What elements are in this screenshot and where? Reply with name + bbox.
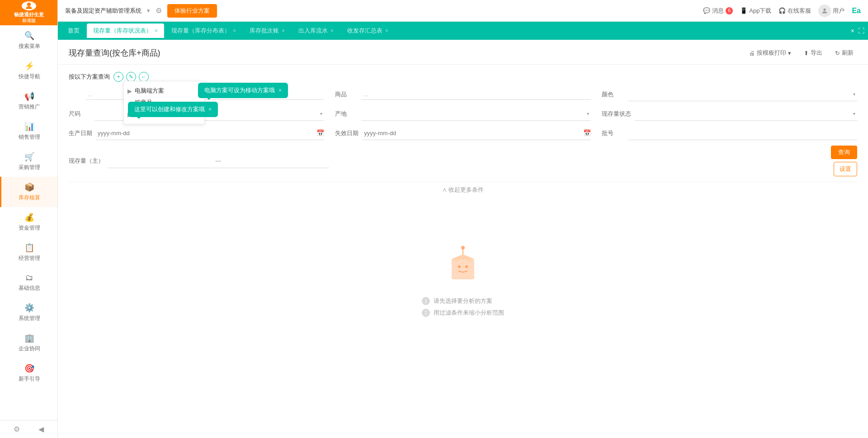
prod-date-calendar-icon[interactable]: 📅 xyxy=(316,129,324,137)
batch-no-label: 批号 xyxy=(602,129,624,137)
color-select-wrap: ▾ xyxy=(628,87,857,101)
content-area: 现存量查询(按仓库+商品) 🖨 按模板打印 ▾ ⬆ 导出 ↻ 刷新 xyxy=(58,40,868,438)
stock-qty-max[interactable] xyxy=(223,154,329,168)
range-dash: — xyxy=(215,157,221,164)
add-scheme-btn[interactable]: + xyxy=(113,72,123,82)
template-print-btn[interactable]: 🖨 按模板打印 ▾ xyxy=(745,47,795,59)
empty-step-1: 1 请先选择要分析的方案 xyxy=(422,297,504,305)
refresh-btn[interactable]: ↻ 刷新 xyxy=(831,47,857,59)
filter-icons: + ✎ ← xyxy=(113,72,149,82)
sidebar-label-guide: 新手引导 xyxy=(19,375,40,383)
print-dropdown-icon: ▾ xyxy=(788,50,791,57)
marketing-icon: 📢 xyxy=(24,91,34,101)
sidebar: 畅捷通好生意 标准版 🔍 搜索菜单 ⚡ 快捷导航 📢 营销推广 📊 销售管理 🛒… xyxy=(0,0,58,438)
sidebar-item-guide[interactable]: 🎯 新手引导 xyxy=(0,358,57,388)
stock-qty-min[interactable] xyxy=(108,154,213,168)
message-btn[interactable]: 💬 消息 6 xyxy=(703,7,733,15)
support-btn[interactable]: 🎧 在线客服 xyxy=(778,7,811,15)
app-download-btn[interactable]: 📱 App下载 xyxy=(740,7,771,15)
filter-label: 按以下方案查询 xyxy=(69,73,110,81)
sidebar-item-sales[interactable]: 📊 销售管理 xyxy=(0,116,57,146)
sidebar-label-quick: 快捷导航 xyxy=(19,73,40,80)
tab-batch-ledger[interactable]: 库存批次账 × xyxy=(243,24,291,38)
refresh-label: 刷新 xyxy=(842,49,854,57)
back-scheme-btn[interactable]: ← xyxy=(139,72,149,82)
footer-settings-icon[interactable]: ⚙ xyxy=(14,425,20,433)
collapse-label: 收起更多条件 xyxy=(448,186,484,193)
tab-close-recv-summary[interactable]: × xyxy=(385,28,388,34)
expand-arrow-pc: ▶ xyxy=(127,88,132,94)
tab-close-in-out-flow[interactable]: × xyxy=(330,28,334,34)
svg-point-4 xyxy=(465,265,468,268)
batch-no-input[interactable] xyxy=(628,127,857,140)
export-icon: ⬆ xyxy=(804,50,809,57)
origin-label: 产地 xyxy=(335,110,358,118)
sidebar-item-quick[interactable]: ⚡ 快捷导航 xyxy=(0,56,57,86)
tab-recv-summary[interactable]: 收发存汇总表 × xyxy=(341,24,395,38)
sidebar-label-operation: 经营管理 xyxy=(19,254,40,262)
tab-close-batch-ledger[interactable]: × xyxy=(282,28,285,34)
origin-select[interactable] xyxy=(361,107,590,120)
trial-btn[interactable]: 体验行业方案 xyxy=(167,4,217,18)
edit-icon: ✎ xyxy=(129,74,133,80)
tab-inventory-dist[interactable]: 现存量（库存分布表） × xyxy=(165,24,242,38)
scheme-pc-group[interactable]: ▶ 电脑端方案 xyxy=(124,85,204,97)
tab-inventory-status[interactable]: 现存量（库存状况表） × xyxy=(87,24,164,38)
stock-status-select[interactable] xyxy=(635,107,857,120)
svg-point-3 xyxy=(458,265,461,268)
tabbar: 首页 现存量（库存状况表） × 现存量（库存分布表） × 库存批次账 × 出入库… xyxy=(58,22,868,40)
topbar-settings-icon[interactable]: ⚙ xyxy=(156,6,162,15)
footer-collapse-icon[interactable]: ◀ xyxy=(38,425,44,433)
sidebar-label-enterprise: 企业协同 xyxy=(19,345,40,353)
step1-text: 请先选择要分析的方案 xyxy=(434,297,492,305)
dropdown-arrow-icon[interactable]: ▾ xyxy=(147,7,150,14)
tooltip1-close-btn[interactable]: × xyxy=(278,87,282,94)
empty-step-2: 2 用过滤条件来缩小分析范围 xyxy=(422,309,504,317)
prod-date-input-wrap: 📅 xyxy=(96,126,324,140)
tooltip2-close-btn[interactable]: × xyxy=(208,106,212,113)
page-title: 现存量查询(按仓库+商品) xyxy=(69,47,160,58)
prod-date-label: 生产日期 xyxy=(69,129,92,137)
color-select[interactable] xyxy=(628,87,857,101)
topbar-left: 装备及固定资产辅助管理系统 ▾ ⚙ 体验行业方案 xyxy=(65,4,217,18)
scheme-pc-label: 电脑端方案 xyxy=(135,87,164,95)
sidebar-item-inventory[interactable]: 📦 库存核算 xyxy=(0,177,57,207)
tab-in-out-flow[interactable]: 出入库流水 × xyxy=(292,24,340,38)
collapse-bar[interactable]: ∧ 收起更多条件 xyxy=(69,182,857,198)
stock-qty-label: 现存量（主） xyxy=(69,157,104,165)
tab-close-inventory-status[interactable]: × xyxy=(155,28,158,34)
sidebar-item-search[interactable]: 🔍 搜索菜单 xyxy=(0,25,57,56)
export-btn[interactable]: ⬆ 导出 xyxy=(800,47,826,59)
query-btn[interactable]: 查询 xyxy=(831,146,857,159)
sidebar-item-finance[interactable]: 💰 资金管理 xyxy=(0,207,57,237)
message-label: 消息 xyxy=(712,7,724,15)
add-icon: + xyxy=(117,74,120,80)
tab-home[interactable]: 首页 xyxy=(61,24,86,38)
tooltip1-text: 电脑方案可设为移动方案哦 xyxy=(204,86,275,94)
sidebar-item-enterprise[interactable]: 🏢 企业协同 xyxy=(0,328,57,358)
tooltip-pc-scheme: 电脑方案可设为移动方案哦 × xyxy=(198,83,288,98)
fullscreen-icon[interactable]: ⛶ xyxy=(858,27,864,34)
exp-date-calendar-icon[interactable]: 📅 xyxy=(583,129,591,137)
prod-date-input[interactable] xyxy=(96,126,315,140)
close-all-icon[interactable]: × xyxy=(851,27,854,34)
svg-point-0 xyxy=(27,2,30,6)
sidebar-item-operation[interactable]: 📋 经营管理 xyxy=(0,237,57,268)
filter-row-3: 生产日期 📅 失效日期 📅 xyxy=(69,126,857,140)
sidebar-item-purchase[interactable]: 🛒 采购管理 xyxy=(0,146,57,177)
sidebar-item-marketing[interactable]: 📢 营销推广 xyxy=(0,86,57,116)
tooltip-scheme-manage: 这里可以创建和修改方案哦 × xyxy=(128,102,218,117)
user-btn[interactable]: 用户 xyxy=(818,5,844,17)
export-label: 导出 xyxy=(811,49,822,57)
sidebar-item-basic[interactable]: 🗂 基础信息 xyxy=(0,268,57,297)
sidebar-item-system[interactable]: ⚙️ 系统管理 xyxy=(0,297,57,328)
empty-illustration xyxy=(440,241,486,286)
logo-icon xyxy=(22,1,36,10)
settings-btn[interactable]: 设置 xyxy=(834,162,857,176)
exp-date-input[interactable] xyxy=(362,126,581,140)
tab-batch-ledger-label: 库存批次账 xyxy=(250,27,279,35)
goods-dots[interactable]: ... xyxy=(361,89,590,99)
tab-close-inventory-dist[interactable]: × xyxy=(233,28,236,34)
tabbar-end: × ⛶ xyxy=(851,27,864,34)
edit-scheme-btn[interactable]: ✎ xyxy=(126,72,136,82)
